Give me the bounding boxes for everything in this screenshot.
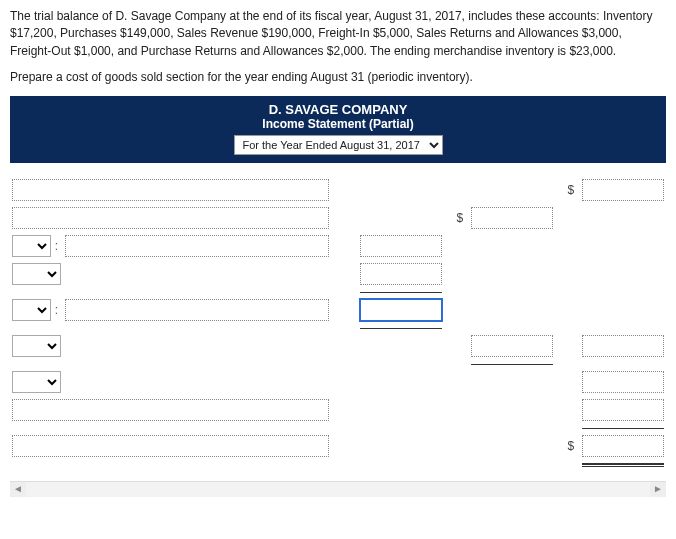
amount-input-col1[interactable] (360, 299, 441, 321)
account-label-input[interactable] (12, 207, 329, 229)
account-label-input[interactable] (65, 299, 328, 321)
scroll-right-icon[interactable]: ► (650, 482, 666, 497)
account-select[interactable] (12, 335, 61, 357)
rule-row (10, 363, 666, 365)
table-row (10, 263, 666, 285)
amount-input-col2[interactable] (471, 335, 552, 357)
table-row: : (10, 299, 666, 321)
cogs-grid: $ $ : : (10, 173, 666, 473)
colon-label: : (53, 299, 64, 321)
problem-instruction: Prepare a cost of goods sold section for… (10, 70, 666, 84)
worksheet: $ $ : : (10, 173, 666, 473)
double-rule (582, 463, 664, 467)
period-select[interactable]: For the Year Ended August 31, 2017 (234, 135, 443, 155)
statement-title: Income Statement (Partial) (10, 117, 666, 131)
table-row: : (10, 235, 666, 257)
account-label-input[interactable] (12, 435, 329, 457)
scroll-left-icon[interactable]: ◄ (10, 482, 26, 497)
amount-input-col3[interactable] (582, 399, 664, 421)
amount-input-col3[interactable] (582, 371, 664, 393)
dollar-sign: $ (567, 183, 579, 197)
account-label-input[interactable] (12, 179, 329, 201)
rule-row (10, 463, 666, 467)
table-row: $ (10, 207, 666, 229)
rule-row (10, 327, 666, 329)
single-rule (471, 363, 552, 365)
account-select[interactable] (12, 371, 61, 393)
horizontal-scrollbar[interactable]: ◄ ► (10, 481, 666, 497)
table-row: $ (10, 179, 666, 201)
account-label-input[interactable] (65, 235, 328, 257)
amount-input-col1[interactable] (360, 263, 441, 285)
colon-label: : (53, 235, 64, 257)
rule-row (10, 291, 666, 293)
table-row (10, 399, 666, 421)
problem-body: The trial balance of D. Savage Company a… (10, 9, 652, 58)
amount-input-col3[interactable] (582, 179, 664, 201)
problem-text: The trial balance of D. Savage Company a… (10, 8, 666, 60)
table-row (10, 335, 666, 357)
amount-input-col1[interactable] (360, 235, 441, 257)
account-select[interactable] (12, 263, 61, 285)
operator-select[interactable] (12, 235, 51, 257)
amount-input-col3[interactable] (582, 435, 664, 457)
rule-row (10, 427, 666, 429)
dollar-sign: $ (456, 211, 468, 225)
account-label-input[interactable] (12, 399, 329, 421)
operator-select[interactable] (12, 299, 51, 321)
amount-input-col2[interactable] (471, 207, 552, 229)
table-row: $ (10, 435, 666, 457)
table-row (10, 371, 666, 393)
single-rule (360, 291, 441, 293)
amount-input-col3[interactable] (582, 335, 664, 357)
dollar-sign: $ (567, 439, 579, 453)
single-rule (360, 327, 441, 329)
single-rule (582, 427, 664, 429)
company-name: D. SAVAGE COMPANY (10, 102, 666, 117)
statement-header: D. SAVAGE COMPANY Income Statement (Part… (10, 96, 666, 163)
